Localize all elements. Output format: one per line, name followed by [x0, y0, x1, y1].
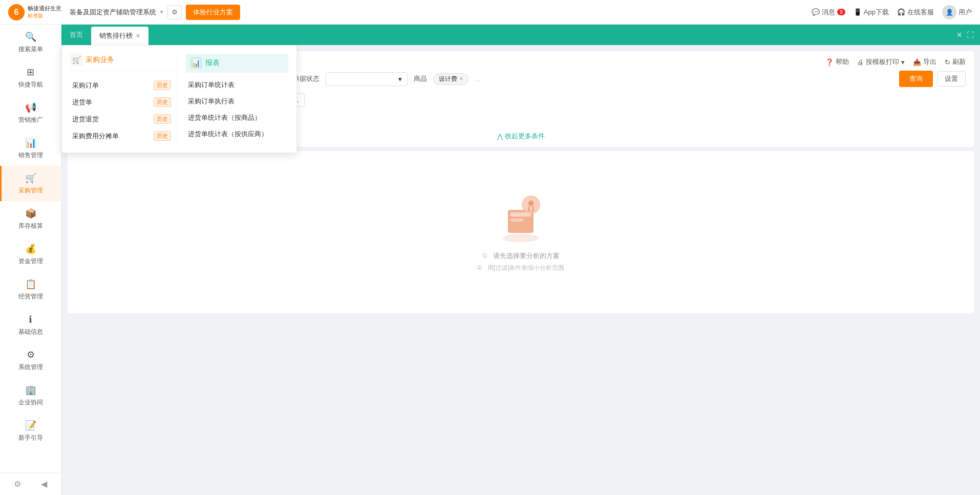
sidebar-item-marketing[interactable]: 📢 营销推广	[0, 95, 61, 131]
sidebar-item-beginner[interactable]: 📝 新手引导	[0, 413, 61, 448]
message-label: 消息	[822, 8, 835, 17]
collapse-btn[interactable]: ⋀ 收起更多条件	[497, 132, 545, 141]
header-middle: 装备及固定资产辅助管理系统 ▾ ⚙ 体验行业方案	[70, 5, 812, 20]
sidebar-settings-btn[interactable]: ⚙	[14, 479, 21, 489]
voucher-status-select[interactable]: ▾	[326, 72, 408, 86]
sidebar-item-inventory[interactable]: 📦 库存核算	[0, 201, 61, 236]
goods-tag-close[interactable]: ×	[459, 75, 463, 82]
sidebar-item-operations[interactable]: 📋 经营管理	[0, 272, 61, 307]
incoming-supplier-label: 进货单统计表（按供应商）	[188, 130, 268, 139]
purchase-icon: 🛒	[25, 172, 37, 184]
top-header: 6 畅捷通好生意 标准版 装备及固定资产辅助管理系统 ▾ ⚙ 体验行业方案 💬 …	[0, 0, 980, 25]
search-icon: 🔍	[25, 31, 37, 43]
print-action[interactable]: 🖨 按模板打印 ▾	[857, 57, 905, 67]
sidebar-item-finance[interactable]: 💰 资金管理	[0, 236, 61, 272]
sidebar-item-quick-nav[interactable]: ⊞ 快捷导航	[0, 60, 61, 95]
header-right: 💬 消息 9 📱 App下载 🎧 在线客服 👤 用户	[812, 5, 972, 19]
purchase-order-label: 采购订单	[72, 81, 99, 90]
sidebar-collapse-btn[interactable]: ◀	[41, 479, 47, 489]
empty-hint1: ① 请先选择要分析的方案	[482, 251, 560, 261]
sidebar-label-quick-nav: 快捷导航	[18, 80, 43, 89]
sidebar-item-sales[interactable]: 📊 销售管理	[0, 131, 61, 166]
logo-line2: 标准版	[28, 12, 61, 19]
menu-item-return[interactable]: 进货退货 历史	[70, 111, 173, 127]
purchase-menu-icon: 🛒	[70, 54, 82, 66]
help-icon: ❓	[825, 58, 834, 66]
logo-area: 6 畅捷通好生意 标准版	[8, 4, 70, 20]
sidebar-item-system[interactable]: ⚙ 系统管理	[0, 342, 61, 378]
sidebar-item-purchase[interactable]: 🛒 采购管理	[0, 166, 61, 201]
goods-dots[interactable]: ...	[475, 75, 481, 83]
sidebar-label-purchase: 采购管理	[18, 186, 43, 195]
menu-item-expense[interactable]: 采购费用分摊单 历史	[70, 127, 173, 144]
tab-expand-btn[interactable]: ⛶	[967, 31, 974, 39]
user-action[interactable]: 👤 用户	[942, 5, 972, 19]
goods-tag: 设计费 ×	[433, 73, 468, 85]
dropdown-menu[interactable]: 🛒 采购业务 采购订单 历史 进货单 历史 进货退货 历史 采购费用分摊单 历史	[61, 45, 297, 153]
refresh-action[interactable]: ↻ 刷新	[945, 57, 966, 67]
incoming-label: 进货单	[72, 98, 92, 107]
empty-illustration	[495, 192, 546, 243]
empty-state: ① 请先选择要分析的方案 ② 用[过滤]条件来缩小分析范围	[68, 151, 974, 313]
expense-label: 采购费用分摊单	[72, 132, 119, 141]
export-action[interactable]: 📤 导出	[913, 57, 936, 67]
app-download-label: App下载	[864, 8, 889, 17]
sidebar-item-basic-info[interactable]: ℹ 基础信息	[0, 307, 61, 342]
purchase-order-history: 历史	[154, 80, 171, 90]
phone-icon: 📱	[854, 8, 862, 16]
query-button[interactable]: 查询	[899, 71, 933, 87]
menu-item-purchase-order[interactable]: 采购订单 历史	[70, 77, 173, 94]
tab-home-label: 首页	[70, 30, 83, 39]
print-dropdown-icon[interactable]: ▾	[901, 58, 905, 66]
sidebar-label-marketing: 营销推广	[18, 116, 43, 124]
headset-icon: 🎧	[897, 8, 905, 16]
print-label: 按模板打印	[866, 57, 899, 67]
sidebar-label-system: 系统管理	[18, 363, 43, 372]
export-label: 导出	[923, 57, 936, 67]
incoming-history: 历史	[154, 97, 171, 107]
settings-button-filter[interactable]: 设置	[937, 71, 966, 87]
tab-close-all-btn[interactable]: ✕	[956, 31, 963, 39]
tab-sales-rank-label: 销售排行榜	[99, 31, 133, 40]
finance-icon: 💰	[25, 243, 37, 255]
export-icon: 📤	[913, 58, 921, 66]
menu-item-order-stats[interactable]: 采购订单统计表	[186, 77, 289, 93]
empty-hint2: ② 用[过滤]条件来缩小分析范围	[477, 264, 564, 272]
voucher-status-label: 单据状态	[293, 74, 319, 83]
app-download-action[interactable]: 📱 App下载	[854, 8, 889, 17]
inventory-icon: 📦	[25, 207, 37, 220]
help-action[interactable]: ❓ 帮助	[825, 57, 849, 67]
incoming-goods-label: 进货单统计表（按商品）	[188, 113, 261, 122]
beginner-icon: 📝	[25, 419, 37, 432]
menu-item-order-exec[interactable]: 采购订单执行表	[186, 93, 289, 110]
avatar: 👤	[942, 5, 956, 19]
menu-item-incoming-goods[interactable]: 进货单统计表（按商品）	[186, 110, 289, 126]
tab-home[interactable]: 首页	[61, 25, 91, 45]
order-exec-label: 采购订单执行表	[188, 97, 235, 106]
voucher-status-arrow: ▾	[398, 75, 402, 83]
grid-icon: ⊞	[25, 66, 37, 78]
sidebar-item-enterprise[interactable]: 🏢 企业协同	[0, 378, 61, 413]
refresh-label: 刷新	[952, 57, 966, 67]
sales-icon: 📊	[25, 137, 37, 149]
sidebar-item-search[interactable]: 🔍 搜索菜单	[0, 25, 61, 60]
purchase-menu-column: 🛒 采购业务 采购订单 历史 进货单 历史 进货退货 历史 采购费用分摊单 历史	[70, 54, 173, 144]
logo-line1: 畅捷通好生意	[28, 5, 61, 12]
industry-button[interactable]: 体验行业方案	[186, 5, 240, 20]
system-dropdown-arrow[interactable]: ▾	[160, 9, 163, 15]
online-service-action[interactable]: 🎧 在线客服	[897, 8, 934, 17]
tab-right-actions: ✕ ⛶	[956, 25, 980, 45]
menu-item-incoming[interactable]: 进货单 历史	[70, 94, 173, 111]
user-label: 用户	[958, 8, 972, 17]
tab-sales-rank[interactable]: 销售排行榜 ✕	[91, 27, 148, 45]
sidebar-label-inventory: 库存核算	[18, 222, 43, 230]
online-service-label: 在线客服	[907, 8, 934, 17]
menu-item-incoming-supplier[interactable]: 进货单统计表（按供应商）	[186, 126, 289, 142]
return-history: 历史	[154, 114, 171, 124]
settings-button[interactable]: ⚙	[167, 5, 182, 19]
filter-row-actions: 查询 设置	[899, 71, 966, 87]
svg-rect-3	[510, 219, 523, 222]
message-action[interactable]: 💬 消息 9	[812, 8, 845, 17]
tab-close-icon[interactable]: ✕	[136, 33, 140, 39]
print-icon: 🖨	[857, 58, 864, 66]
